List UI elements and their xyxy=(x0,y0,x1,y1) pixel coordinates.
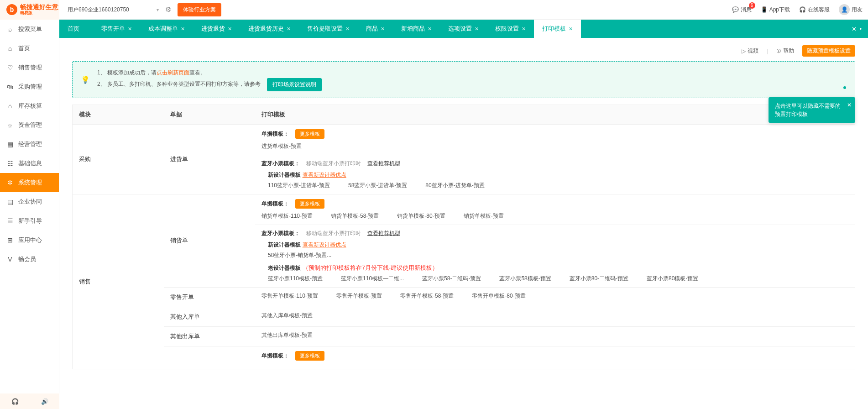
sidebar-item-4[interactable]: ⌂库存核算 xyxy=(0,96,59,115)
tab-4[interactable]: 进货退货历史✕ xyxy=(240,20,299,38)
template-item[interactable]: 零售开单模板-预置 xyxy=(336,292,382,300)
new-designer-link[interactable]: 查看新设计器优点 xyxy=(303,241,346,248)
tab-2[interactable]: 成本调整单✕ xyxy=(140,20,193,38)
template-item[interactable]: 80蓝牙小票-进货单-预置 xyxy=(425,182,484,189)
template-item[interactable]: 蓝牙小票110模板-预置 xyxy=(268,275,323,283)
recommend-link[interactable]: 查看推荐机型 xyxy=(367,160,400,168)
old-designer-label: 老设计器模板 xyxy=(268,265,301,271)
download-label: App下载 xyxy=(769,6,790,14)
template-item[interactable]: 进货单模板-预置 xyxy=(261,142,302,150)
tab-close-icon[interactable]: ✕ xyxy=(287,26,291,32)
template-section: 单据模板：更多模板进货单模板-预置 xyxy=(255,125,855,155)
tabbar: 首页零售开单✕成本调整单✕进货退货✕进货退货历史✕售价提取设置✕商品✕新增商品✕… xyxy=(59,20,868,38)
new-designer-link[interactable]: 查看新设计器优点 xyxy=(303,172,346,178)
menu-icon: 🛍 xyxy=(6,83,14,90)
hide-preset-button[interactable]: 隐藏预置模板设置 xyxy=(802,45,855,57)
tab-close-icon[interactable]: ✕ xyxy=(228,26,232,32)
sidebar-item-8[interactable]: ✲系统管理 xyxy=(0,173,59,192)
tab-9[interactable]: 权限设置✕ xyxy=(487,20,534,38)
tab-close-icon[interactable]: ✕ xyxy=(345,26,350,32)
module-row: 采购进货单单据模板：更多模板进货单模板-预置蓝牙小票模板：移动端蓝牙小票打印时查… xyxy=(73,124,855,194)
template-item[interactable]: 蓝牙小票58-二维码-预置 xyxy=(422,275,481,283)
sidebar-item-12[interactable]: V畅会员 xyxy=(0,250,59,269)
refresh-link[interactable]: 点击刷新页面 xyxy=(157,69,189,76)
template-item[interactable]: 58蓝牙小票-销货单-预置... xyxy=(268,252,331,259)
section-head: 单据模板：更多模板 xyxy=(261,129,848,139)
template-item[interactable]: 110蓝牙小票-进货单-预置 xyxy=(268,182,330,189)
online-cs-link[interactable]: 🎧 在线客服 xyxy=(799,6,830,14)
sidebar-item-1[interactable]: ⌂首页 xyxy=(0,39,59,58)
account-selector[interactable]: 用户690企业1660120750 ▾ xyxy=(68,6,159,14)
template-item[interactable]: 零售开单模板-80-预置 xyxy=(472,292,525,300)
app-download-link[interactable]: 📱 App下载 xyxy=(761,6,790,14)
top-links: 💬 消息 6 📱 App下载 🎧 在线客服 👤 用友 xyxy=(732,4,863,15)
template-item[interactable]: 蓝牙小票80-二维码-预置 xyxy=(570,275,628,283)
sidebar-item-10[interactable]: ☰新手引导 xyxy=(0,211,59,231)
tab-close-icon[interactable]: ✕ xyxy=(522,26,526,32)
menu-icon: V xyxy=(6,256,14,263)
print-scene-button[interactable]: 打印场景设置说明 xyxy=(267,78,322,91)
template-item[interactable]: 零售开单模板-58-预置 xyxy=(400,292,454,300)
tab-close-icon[interactable]: ✕ xyxy=(181,26,185,32)
tab-close-icon[interactable]: ✕ xyxy=(128,26,132,32)
template-item[interactable]: 其他出库单模板-预置 xyxy=(261,331,313,339)
more-template-button[interactable]: 更多模板 xyxy=(295,199,324,209)
template-item[interactable]: 销货单模板-58-预置 xyxy=(331,212,379,220)
brand-logo[interactable]: b 畅捷通好生意 精易版 xyxy=(0,0,59,20)
template-item[interactable]: 58蓝牙小票-进货单-预置 xyxy=(348,182,407,189)
sidebar-item-9[interactable]: ▤企业协同 xyxy=(0,192,59,211)
tab-6[interactable]: 商品✕ xyxy=(358,20,393,38)
template-item[interactable]: 蓝牙小票80模板-预置 xyxy=(647,275,698,283)
tab-close-icon[interactable]: ✕ xyxy=(475,26,479,32)
top-header: b 畅捷通好生意 精易版 用户690企业1660120750 ▾ ⚙ 体验行业方… xyxy=(0,0,868,20)
template-item[interactable]: 蓝牙小票58模板-预置 xyxy=(499,275,551,283)
tabbar-right[interactable]: ✕ • xyxy=(845,20,868,38)
tab-close-icon[interactable]: ✕ xyxy=(381,26,385,32)
template-cell: 单据模板：更多模板进货单模板-预置蓝牙小票模板：移动端蓝牙小票打印时查看推荐机型… xyxy=(255,125,855,194)
sidebar-item-7[interactable]: ☷基础信息 xyxy=(0,154,59,173)
doc-cell: 其他出库单 xyxy=(164,327,255,346)
divider: | xyxy=(767,48,768,54)
doc-row: 其他入库单其他入库单模板-预置 xyxy=(164,307,855,326)
tab-8[interactable]: 选项设置✕ xyxy=(440,20,487,38)
template-item[interactable]: 销货单模板-预置 xyxy=(464,212,504,220)
banner-line-1: 1、 模板添加成功后，请点击刷新页面查看。 xyxy=(97,68,847,78)
tab-close-icon[interactable]: ✕ xyxy=(569,26,573,32)
sidebar-footer-right[interactable]: 🔊 xyxy=(30,393,59,409)
tab-1[interactable]: 零售开单✕ xyxy=(93,20,140,38)
video-link[interactable]: ▷视频 xyxy=(742,47,758,55)
sidebar-footer-left[interactable]: 🎧 xyxy=(0,393,30,409)
sidebar-item-6[interactable]: ▤经营管理 xyxy=(0,135,59,154)
phone-icon: 📱 xyxy=(761,6,768,13)
template-section: 单据模板：更多模板销货单模板-110-预置销货单模板-58-预置销货单模板-80… xyxy=(255,194,855,225)
template-item[interactable]: 销货单模板-110-预置 xyxy=(261,212,313,220)
header-doc: 单据 xyxy=(164,105,255,124)
template-item[interactable]: 其他入库单模板-预置 xyxy=(261,312,313,320)
tab-close-icon[interactable]: ✕ xyxy=(428,26,432,32)
sidebar-item-3[interactable]: 🛍采购管理 xyxy=(0,77,59,96)
popover-close-icon[interactable]: ✕ xyxy=(847,101,852,109)
tab-0[interactable]: 首页 xyxy=(59,20,93,38)
sidebar-item-2[interactable]: ♡销售管理 xyxy=(0,58,59,77)
messages-link[interactable]: 💬 消息 6 xyxy=(732,6,752,14)
recommend-link[interactable]: 查看推荐机型 xyxy=(367,230,400,237)
template-item[interactable]: 销货单模板-80-预置 xyxy=(397,212,445,220)
template-item[interactable]: 蓝牙小票110模板—二维... xyxy=(341,275,404,283)
section-title: 单据模板： xyxy=(261,352,289,360)
tab-label: 选项设置 xyxy=(448,25,472,33)
more-template-button[interactable]: 更多模板 xyxy=(295,129,324,139)
tab-7[interactable]: 新增商品✕ xyxy=(393,20,440,38)
user-menu[interactable]: 👤 用友 xyxy=(839,4,863,15)
more-template-button[interactable]: 更多模板 xyxy=(295,351,324,361)
sidebar-item-5[interactable]: ☼资金管理 xyxy=(0,115,59,135)
menu-icon: ⌂ xyxy=(6,102,14,110)
tab-10[interactable]: 打印模板✕ xyxy=(534,20,581,38)
tab-3[interactable]: 进货退货✕ xyxy=(193,20,240,38)
gear-icon[interactable]: ⚙ xyxy=(165,5,171,14)
sidebar-item-11[interactable]: ⊞应用中心 xyxy=(0,231,59,250)
sidebar-item-0[interactable]: ⌕搜索菜单 xyxy=(0,20,59,39)
try-industry-button[interactable]: 体验行业方案 xyxy=(178,3,221,16)
help-link[interactable]: ①帮助 xyxy=(776,47,794,55)
template-item[interactable]: 零售开单模板-110-预置 xyxy=(261,292,318,300)
tab-5[interactable]: 售价提取设置✕ xyxy=(299,20,358,38)
